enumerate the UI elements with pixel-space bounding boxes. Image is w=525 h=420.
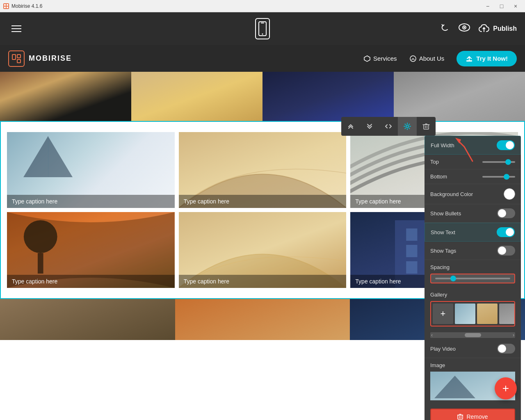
show-tags-toggle[interactable] <box>497 246 515 256</box>
gallery-thumb-1[interactable] <box>455 304 475 324</box>
toolbar-right: Publish <box>440 22 517 35</box>
remove-button[interactable]: Remove <box>430 409 515 420</box>
bottom-row: Bottom <box>425 169 521 184</box>
main-canvas: MOBIRISE Services About Us <box>0 45 525 420</box>
svg-point-16 <box>24 220 57 253</box>
caption-4[interactable]: Type caption here <box>7 275 175 288</box>
close-button[interactable]: × <box>509 0 522 12</box>
show-bullets-row: Show Bullets <box>425 204 521 223</box>
trash-icon <box>457 414 463 420</box>
nav-services[interactable]: Services <box>363 55 397 62</box>
caption-5[interactable]: Type caption here <box>179 275 347 288</box>
svg-rect-13 <box>17 59 21 63</box>
top-label: Top <box>430 159 439 165</box>
strip-image-1 <box>0 72 131 121</box>
svg-rect-20 <box>406 245 418 257</box>
hamburger-line-1 <box>11 25 21 26</box>
bottom-label: Bottom <box>430 173 447 180</box>
nav-links: Services About Us Try It Now! <box>363 51 517 66</box>
mobile-preview-icon[interactable] <box>255 18 270 39</box>
svg-rect-15 <box>466 60 472 62</box>
caption-1[interactable]: Type caption here <box>7 195 175 208</box>
caption-2[interactable]: Type caption here <box>179 195 347 208</box>
top-slider-track[interactable] <box>482 161 515 163</box>
svg-rect-11 <box>12 55 16 59</box>
gallery-panel-label: Gallery <box>430 292 515 298</box>
gallery-thumb-3[interactable] <box>499 304 515 324</box>
bg-color-row: Background Color <box>425 184 521 204</box>
play-video-row: Play Video <box>425 340 521 358</box>
gallery-thumb-2[interactable] <box>477 304 498 324</box>
top-slider-thumb[interactable] <box>505 159 511 165</box>
block-toolbar <box>341 117 436 136</box>
svg-rect-0 <box>4 4 6 6</box>
strip-image-2 <box>131 72 262 121</box>
bg-color-picker[interactable] <box>504 188 515 200</box>
spacing-slider-track[interactable] <box>435 278 510 279</box>
menu-button[interactable] <box>8 22 25 35</box>
gallery-item-4[interactable]: Type caption here <box>7 212 175 288</box>
publish-label: Publish <box>493 25 517 32</box>
svg-rect-27 <box>458 415 463 419</box>
hamburger-line-2 <box>11 28 21 29</box>
strip-image-4 <box>394 72 525 121</box>
top-control <box>482 161 515 163</box>
spacing-control[interactable] <box>430 274 515 283</box>
delete-button[interactable] <box>417 117 436 136</box>
gallery-scroll-thumb[interactable] <box>465 333 481 337</box>
remove-label: Remove <box>466 413 488 420</box>
svg-point-9 <box>463 27 465 28</box>
move-down-button[interactable] <box>360 117 379 136</box>
svg-point-22 <box>406 125 409 128</box>
gallery-add-button[interactable]: + <box>433 304 453 324</box>
full-width-toggle[interactable] <box>497 140 515 150</box>
title-bar-left: Mobirise 4.1.6 <box>3 3 42 9</box>
svg-rect-2 <box>4 7 6 8</box>
show-tags-label: Show Tags <box>430 248 456 254</box>
svg-point-6 <box>262 34 263 35</box>
logo-icon <box>8 50 25 67</box>
cloud-upload-icon <box>478 23 490 34</box>
toolbar-left <box>8 22 25 35</box>
gallery-item-2[interactable]: Type caption here <box>179 132 347 208</box>
window-controls: − □ × <box>482 0 522 12</box>
play-video-label: Play Video <box>430 346 456 352</box>
undo-button[interactable] <box>440 22 450 35</box>
gallery-panel-items: + <box>430 301 515 326</box>
preview-button[interactable] <box>459 23 470 34</box>
play-video-toggle[interactable] <box>497 344 515 354</box>
gallery-item-1[interactable]: Type caption here <box>7 132 175 208</box>
publish-button[interactable]: Publish <box>478 23 517 34</box>
gallery-scroll[interactable] <box>430 332 515 338</box>
minimize-button[interactable]: − <box>482 0 494 12</box>
svg-rect-21 <box>406 261 418 274</box>
settings-button[interactable] <box>398 117 417 136</box>
svg-rect-23 <box>424 125 429 129</box>
svg-rect-12 <box>17 55 21 58</box>
nav-cta-button[interactable]: Try It Now! <box>457 51 517 66</box>
strip-image-3 <box>262 72 394 121</box>
spacing-slider-thumb[interactable] <box>450 276 456 281</box>
move-up-button[interactable] <box>341 117 360 136</box>
bottom-slider-track[interactable] <box>482 176 515 178</box>
gallery-item-5[interactable]: Type caption here <box>179 212 347 288</box>
fab-add-button[interactable]: + <box>495 377 517 399</box>
bg-color-label: Background Color <box>430 191 473 197</box>
bottom-slider-thumb[interactable] <box>504 174 509 180</box>
bottom-image-1 <box>0 299 175 340</box>
nav-about[interactable]: About Us <box>409 55 445 62</box>
title-bar: Mobirise 4.1.6 − □ × <box>0 0 525 12</box>
hamburger-line-3 <box>11 31 21 32</box>
bottom-image-2 <box>175 299 350 340</box>
code-button[interactable] <box>379 117 398 136</box>
show-text-label: Show Text <box>431 229 455 235</box>
bottom-control <box>482 176 515 178</box>
show-text-toggle[interactable] <box>497 227 515 237</box>
app-toolbar: Publish <box>0 12 525 45</box>
show-bullets-toggle[interactable] <box>497 208 515 218</box>
show-text-row: Show Text <box>425 223 521 242</box>
full-width-row: Full Width <box>425 136 521 155</box>
svg-rect-17 <box>38 253 43 274</box>
image-strip <box>0 72 525 121</box>
maximize-button[interactable]: □ <box>495 0 508 12</box>
